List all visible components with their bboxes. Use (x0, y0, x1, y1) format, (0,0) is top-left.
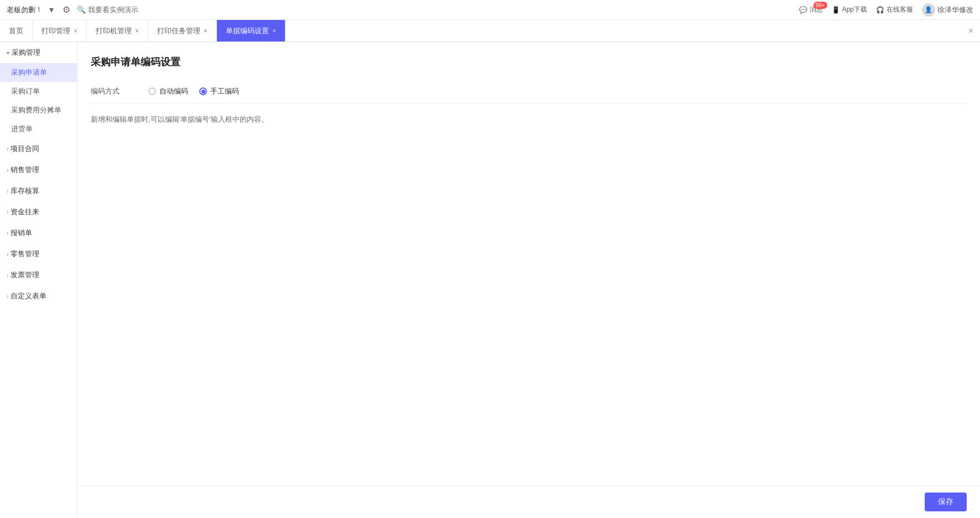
sidebar-item-purchase-expense[interactable]: 采购费用分摊单 (0, 101, 77, 120)
capital-arrow-icon: › (7, 209, 8, 215)
sales-mgmt-arrow-icon: › (7, 167, 8, 173)
sidebar-purchase-order-label: 采购订单 (11, 87, 40, 95)
search-text: 我要看实例演示 (88, 5, 138, 15)
app-download-button[interactable]: 📱 App下载 (832, 5, 867, 14)
tab-print-mgmt-close[interactable]: × (74, 27, 77, 35)
sidebar-sales-mgmt-label: 销售管理 (11, 165, 39, 175)
sidebar-invoice-label: 发票管理 (11, 270, 39, 280)
radio-manual-circle (199, 87, 207, 95)
content-main: 采购申请单编码设置 编码方式 自动编码 手工编码 (77, 42, 980, 485)
main-layout: ▾ 采购管理 采购申请单 采购订单 采购费用分摊单 进货单 › 项目合同 › 销… (0, 42, 980, 518)
sidebar-return-label: 报销单 (11, 228, 32, 238)
tab-print-task-close[interactable]: × (204, 27, 208, 35)
retail-arrow-icon: › (7, 251, 8, 257)
save-button[interactable]: 保存 (925, 493, 967, 511)
tab-print-mgmt[interactable]: 打印管理 × (33, 20, 87, 42)
sidebar-item-purchase-order[interactable]: 采购订单 (0, 82, 77, 101)
purchase-arrow-icon: ▾ (7, 50, 9, 56)
encoding-radio-group: 自动编码 手工编码 (148, 86, 239, 96)
user-name: 徐泽华修改 (937, 5, 973, 15)
tab-print-mgmt-label: 打印管理 (42, 26, 70, 36)
tab-barcode-setting[interactable]: 单据编码设置 × (217, 20, 286, 42)
setting-section: 编码方式 自动编码 手工编码 新增和编辑单据时,可以编辑'单据编号'输入框中的内… (91, 80, 967, 127)
online-service-button[interactable]: 🎧 在线客服 (876, 5, 913, 14)
avatar: 👤 (922, 3, 935, 17)
sidebar-item-retail[interactable]: › 零售管理 (0, 244, 77, 265)
message-button[interactable]: 💬 消息 99+ (799, 5, 823, 14)
download-icon: 📱 (832, 6, 840, 14)
sidebar-capital-label: 资金往来 (11, 207, 39, 217)
sidebar-item-inventory[interactable]: › 库存核算 (0, 180, 77, 201)
project-contract-arrow-icon: › (7, 146, 8, 152)
sidebar-item-return[interactable]: › 报销单 (0, 222, 77, 244)
tab-home-label: 首页 (9, 26, 23, 36)
tab-home[interactable]: 首页 (0, 20, 33, 42)
radio-manual-label: 手工编码 (210, 86, 239, 96)
sidebar-purchase-request-label: 采购申请单 (11, 68, 47, 76)
tab-bar: 首页 打印管理 × 打印机管理 × 打印任务管理 × 单据编码设置 × × (0, 20, 980, 42)
radio-auto-circle (148, 87, 156, 95)
sidebar-item-capital[interactable]: › 资金往来 (0, 201, 77, 222)
hint-text: 新增和编辑单据时,可以编辑'单据编号'输入框中的内容。 (91, 112, 967, 127)
sidebar-item-purchase-request[interactable]: 采购申请单 (0, 63, 77, 82)
tab-print-task-label: 打印任务管理 (157, 26, 200, 36)
encoding-method-label: 编码方式 (91, 86, 135, 96)
top-bar-right: 💬 消息 99+ 📱 App下载 🎧 在线客服 👤 徐泽华修改 (799, 3, 973, 17)
app-title: 老板勿删！ (7, 5, 43, 15)
sidebar-inventory-label: 库存核算 (11, 186, 39, 196)
top-bar-left: 老板勿删！ ▾ ⚙ 🔍 我要看实例演示 (7, 3, 138, 16)
radio-manual-code[interactable]: 手工编码 (199, 86, 239, 96)
tab-printer-mgmt-label: 打印机管理 (96, 26, 132, 36)
tab-close-global[interactable]: × (968, 26, 980, 36)
tab-printer-mgmt[interactable]: 打印机管理 × (87, 20, 148, 42)
online-service-label: 在线客服 (886, 5, 913, 14)
tab-barcode-label: 单据编码设置 (226, 26, 269, 36)
search-area[interactable]: 🔍 我要看实例演示 (77, 5, 138, 15)
sidebar-custom-form-label: 自定义表单 (11, 291, 46, 301)
search-icon: 🔍 (77, 6, 86, 14)
service-icon: 🎧 (876, 6, 884, 14)
sidebar-item-invoice[interactable]: › 发票管理 (0, 265, 77, 286)
return-arrow-icon: › (7, 230, 8, 236)
tab-print-task[interactable]: 打印任务管理 × (148, 20, 217, 42)
sidebar-project-contract-label: 项目合同 (11, 144, 39, 154)
content-area: 采购申请单编码设置 编码方式 自动编码 手工编码 (77, 42, 980, 518)
message-icon: 💬 (799, 6, 807, 14)
sidebar: ▾ 采购管理 采购申请单 采购订单 采购费用分摊单 进货单 › 项目合同 › 销… (0, 42, 77, 518)
top-bar: 老板勿删！ ▾ ⚙ 🔍 我要看实例演示 💬 消息 99+ 📱 App下载 🎧 在… (0, 0, 980, 20)
message-badge: 99+ (813, 2, 827, 9)
custom-form-arrow-icon: › (7, 293, 8, 299)
radio-auto-code[interactable]: 自动编码 (148, 86, 188, 96)
encoding-method-row: 编码方式 自动编码 手工编码 (91, 80, 967, 103)
inventory-arrow-icon: › (7, 188, 8, 194)
sidebar-group-purchase: ▾ 采购管理 采购申请单 采购订单 采购费用分摊单 进货单 (0, 42, 77, 138)
user-info[interactable]: 👤 徐泽华修改 (922, 3, 973, 17)
sidebar-item-stock-in[interactable]: 进货单 (0, 120, 77, 138)
sidebar-group-purchase-header[interactable]: ▾ 采购管理 (0, 42, 77, 63)
sidebar-purchase-expense-label: 采购费用分摊单 (11, 106, 61, 114)
page-title: 采购申请单编码设置 (91, 55, 967, 69)
invoice-arrow-icon: › (7, 272, 8, 278)
tab-printer-mgmt-close[interactable]: × (135, 27, 139, 35)
settings-icon[interactable]: ⚙ (60, 3, 72, 16)
content-footer: 保存 (77, 485, 980, 518)
sidebar-retail-label: 零售管理 (11, 249, 39, 259)
sidebar-group-purchase-label: 采购管理 (12, 48, 40, 58)
app-download-label: App下载 (842, 5, 867, 14)
radio-auto-label: 自动编码 (159, 86, 188, 96)
sidebar-item-project-contract[interactable]: › 项目合同 (0, 138, 77, 159)
dropdown-icon[interactable]: ▾ (47, 3, 56, 16)
sidebar-stock-in-label: 进货单 (11, 125, 33, 133)
sidebar-item-custom-form[interactable]: › 自定义表单 (0, 286, 77, 307)
sidebar-item-sales-mgmt[interactable]: › 销售管理 (0, 159, 77, 180)
tab-barcode-close[interactable]: × (272, 27, 276, 35)
